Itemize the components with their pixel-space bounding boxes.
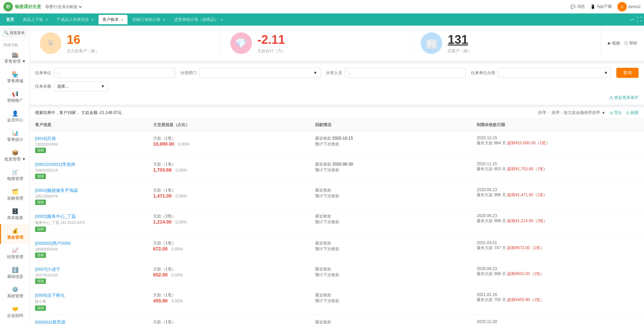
tab-close-purchase-stats[interactable]: ✕ (221, 18, 223, 22)
due-info-0: 2020.10.15 最长欠款 884 天 超期¥10,000.00（1笔） (477, 136, 639, 146)
balance-select[interactable]: 选择... ▼ (54, 81, 108, 91)
sidebar-item-retail-mgmt[interactable]: 🏬 零售管理 ▼ (0, 48, 29, 68)
sidebar-item-operation[interactable]: 📈 经营管理 (0, 244, 29, 263)
stat-info-total-customers: 131 总客户（家） (448, 33, 472, 54)
sidebar-item-label: 电商管理 (7, 176, 23, 181)
help-btn[interactable]: ⓘ 帮助 (624, 40, 637, 46)
debt-label-2: 欠款（1笔） (153, 187, 315, 193)
person-input[interactable] (345, 68, 466, 78)
collapse-btn[interactable]: ⋀ 收起更多条件 (610, 95, 639, 100)
debt-label-0: 欠款（1笔） (153, 136, 315, 141)
debt-customers-icon: ¥ (40, 32, 61, 54)
table-row: [000001]黄思源 13552700226 现销 欠款（1笔） 429.00… (30, 315, 644, 324)
tab-close-production-history[interactable]: ✕ (91, 18, 94, 22)
sidebar-item-basic-info[interactable]: ℹ️ 基础信息 (0, 263, 29, 283)
table-row: [0016]吕俊 13026203696 现销 欠款（1笔） 10,000.00… (30, 131, 644, 157)
refresh-btn[interactable]: ⊙ 刷新 (626, 110, 639, 116)
overdue-link-6[interactable]: 超期¥455.90（1笔） (507, 297, 544, 302)
ecommerce-icon: 🛒 (3, 169, 27, 175)
tab-close-customer-account[interactable]: ✕ (121, 18, 123, 22)
customer-name-link-1[interactable]: [0001020001]李老师 (35, 162, 75, 167)
table-row: [0007]小进千 18279152100 现销 欠款（1笔） 652.00 0… (30, 262, 644, 288)
tab-customer-account[interactable]: 客户账本 ✕ (99, 15, 128, 24)
sidebar-item-retail-stats[interactable]: 📊 零售统计 (0, 126, 29, 146)
logo-icon: 好 (3, 2, 13, 11)
overdue-link-5[interactable]: 超期¥652.00（1笔） (507, 271, 544, 276)
sidebar-item-finance[interactable]: 💰 资金管理 (0, 224, 29, 244)
tab-purchase-order[interactable]: 采购订单统计表 ✕ (128, 15, 169, 24)
customer-name-link-4[interactable]: [000002]用户2050 (35, 241, 71, 246)
debt-percent-6: 0.00% (171, 299, 183, 303)
overdue-link-3[interactable]: 超期¥1,214.00（3笔） (507, 218, 548, 223)
sidebar-item-inventory[interactable]: 🗄️ 库存核算 (0, 205, 29, 224)
company-select[interactable]: 母婴行业演示账套 (44, 4, 83, 9)
stat-header-actions: ▶ 视频 ⓘ 帮助 (601, 26, 644, 61)
filter-area: 往来单位 分管部门 ▼ 分管人员 往来单位分类 (30, 64, 644, 105)
debt-amount-3[interactable]: 1,214.00 (153, 219, 172, 225)
sidebar-item-enterprise[interactable]: 🤝 企业协同 (0, 302, 29, 322)
search-button[interactable]: 查询 (616, 68, 639, 78)
customer-name-link-5[interactable]: [0007]小进千 (35, 267, 60, 272)
user-avatar[interactable]: d demo2 (617, 2, 641, 11)
customer-name-link-7[interactable]: [000001]黄思源 (35, 320, 65, 324)
sidebar-item-new-guide[interactable]: 🎯 新手引导 (0, 322, 29, 324)
overdue-link-0[interactable]: 超期¥10,000.00（1笔） (507, 141, 550, 145)
debt-amount-1[interactable]: 1,703.68 (153, 167, 172, 173)
tab-production-history[interactable]: 产成品入库单历史 ✕ (53, 15, 98, 24)
tab-close-purchase-order[interactable]: ✕ (163, 18, 165, 22)
due-info-7: 2020.12.30 最长欠款 808 天 超期¥429.00（1笔） (477, 319, 639, 324)
sidebar-item-label: 系统管理 (7, 294, 23, 298)
customer-name-link-3[interactable]: [0002]服务中心_丁磊 (35, 214, 76, 219)
view-video-btn[interactable]: ▶ 视频 (608, 40, 620, 46)
app-download-btn[interactable]: 📱 App下载 (590, 4, 612, 9)
tab-close-products-off[interactable]: ✕ (45, 18, 48, 22)
tab-purchase-stats[interactable]: 进货单统计表（按商品） ✕ (170, 15, 227, 24)
due-info-4: 2021.03.01 最长欠款 747 天 超期¥672.00（1笔） (477, 240, 639, 251)
sidebar-item-batch-mgmt[interactable]: 📦 批发管理 ▼ (0, 146, 29, 166)
sidebar-item-member[interactable]: 👤 会员中心 (0, 107, 29, 126)
inventory-icon: 🗄️ (3, 208, 27, 214)
debt-percent-2: 0.00% (175, 194, 187, 199)
sidebar-item-retail-mall[interactable]: 🏪 零售商城 (0, 68, 29, 87)
debt-amount-0[interactable]: 10,000.00 (153, 141, 174, 147)
table-row: [000002]用户2050 18665062050 现销 欠款（1笔） 672… (30, 236, 644, 262)
debt-amount-5[interactable]: 652.00 (153, 272, 168, 277)
from-unit-label: 往来单位 (35, 70, 51, 76)
logo-area: 好 畅捷通好生意 (3, 2, 41, 11)
customer-name-link-6[interactable]: [0006]去下粮仓 (35, 293, 65, 298)
table-row: [0001020001]李老师 18600391516 现销 欠款（1笔） 1,… (30, 157, 644, 183)
tab-home[interactable]: 首页 (2, 15, 18, 24)
debt-customers-value: 16 (67, 33, 99, 47)
sidebar-search-area: 🔍 搜索菜单 (0, 26, 29, 40)
tab-products-off[interactable]: 商品上下架 ✕ (19, 15, 52, 24)
debt-amount-4[interactable]: 672.00 (153, 246, 168, 252)
debt-amount-2[interactable]: 1,471.00 (153, 193, 172, 199)
filter-dept: 分管部门 ▼ (180, 68, 320, 78)
customer-phone-2: 18513066976 (35, 194, 153, 198)
from-unit-input[interactable] (54, 68, 175, 78)
stat-info-debt-total: -2.11 欠款合计（万） (257, 33, 286, 54)
customer-name-link-0[interactable]: [0016]吕俊 (35, 136, 56, 141)
minimize-icon[interactable]: ─ (630, 17, 634, 23)
sort-select[interactable]: 排序： 排序：按欠款金额倒序排序 ▼ (538, 110, 606, 116)
message-btn[interactable]: 💬 消息 (570, 4, 585, 9)
dept-label: 分管部门 (180, 70, 197, 76)
dept-select[interactable]: ▼ (199, 68, 320, 78)
customer-name-link-2[interactable]: [0003]畅捷服务尹海蕊 (35, 188, 78, 193)
maximize-icon[interactable]: ⛶ (637, 17, 642, 23)
sidebar-search-btn[interactable]: 🔍 搜索菜单 (2, 28, 27, 37)
overdue-link-2[interactable]: 超期¥1,471.00（1笔） (507, 193, 548, 197)
sidebar-item-label: 经营管理 (7, 255, 23, 259)
sidebar-item-marketing[interactable]: 📢 营销推广 (0, 87, 29, 107)
sidebar-item-system[interactable]: ⚙️ 系统管理 (0, 283, 29, 302)
export-btn[interactable]: ⊙ 导出 (610, 110, 622, 116)
chevron-down-icon: ▼ (313, 70, 317, 75)
debt-amount-6[interactable]: 455.90 (153, 298, 168, 303)
unit-category-select[interactable]: ▼ (498, 68, 611, 78)
sidebar-item-purchase[interactable]: 🗂️ 采购管理 (0, 185, 29, 205)
overdue-link-1[interactable]: 超期¥1,703.68（1笔） (507, 167, 548, 171)
sidebar-item-ecommerce[interactable]: 🛒 电商管理 (0, 166, 29, 185)
debt-total-label: 欠款合计（万） (257, 48, 286, 54)
overdue-link-4[interactable]: 超期¥672.00（1笔） (507, 245, 544, 250)
filter-row-1: 往来单位 分管部门 ▼ 分管人员 往来单位分类 (35, 68, 639, 78)
